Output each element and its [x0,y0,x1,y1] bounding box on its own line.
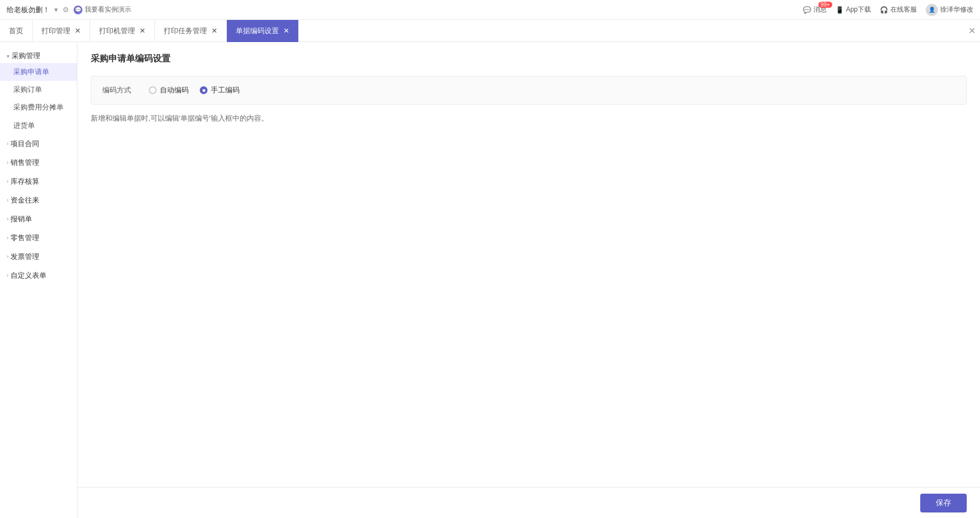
sidebar-group-inventory-label: 库存核算 [11,177,39,187]
sidebar-item-purchase-expense[interactable]: 采购费用分摊单 [0,99,77,116]
tab-single-code-settings[interactable]: 单据编码设置 ✕ [227,20,299,42]
sidebar-item-stock-in-label: 进货单 [13,121,35,130]
tab-printer-mgmt-label: 打印机管理 [99,26,135,36]
sidebar-group-custom-form[interactable]: › 自定义表单 [0,266,77,285]
sidebar-item-purchase-order[interactable]: 采购订单 [0,81,77,99]
tab-printer-mgmt[interactable]: 打印机管理 ✕ [90,20,155,42]
sidebar-item-purchase-request-label: 采购申请单 [13,68,49,76]
sidebar-group-fund-flow[interactable]: › 资金往来 [0,191,77,210]
app-download-icon: 📱 [836,6,844,14]
tab-print-mgmt-label: 打印管理 [42,26,70,36]
sidebar-item-purchase-order-label: 采购订单 [13,85,42,94]
save-button[interactable]: 保存 [920,494,967,512]
tab-single-code-label: 单据编码设置 [236,26,279,36]
chevron-down-icon: ▾ [7,53,9,59]
radio-auto-circle [149,86,157,94]
tab-bar: 首页 打印管理 ✕ 打印机管理 ✕ 打印任务管理 ✕ 单据编码设置 ✕ ✕ [0,20,980,42]
sidebar-group-retail-label: 零售管理 [11,233,39,243]
hint-text: 我要看实例演示 [85,5,131,14]
sidebar-group-custom-label: 自定义表单 [11,271,46,281]
message-button[interactable]: 💬 消息 99+ [803,5,827,14]
page-title: 采购申请单编码设置 [91,53,967,65]
tab-print-mgmt-close[interactable]: ✕ [75,27,81,35]
sidebar-group-retail-mgmt[interactable]: › 零售管理 [0,229,77,247]
sidebar-group-invoice-mgmt[interactable]: › 发票管理 [0,247,77,266]
radio-auto[interactable]: 自动编码 [149,85,189,95]
chevron-down-icon[interactable]: ▾ [54,6,58,14]
radio-manual-label: 手工编码 [211,85,240,95]
hint-area[interactable]: 💬 我要看实例演示 [74,5,131,14]
top-bar-left: 给老板勿删！ ▾ ⚙ 💬 我要看实例演示 [7,5,131,15]
sidebar-item-stock-in[interactable]: 进货单 [0,117,77,134]
tab-home[interactable]: 首页 [0,20,33,42]
chevron-right-icon: › [7,253,8,260]
user-menu[interactable]: 👤 徐泽华修改 [926,4,973,16]
tab-print-task-mgmt-close[interactable]: ✕ [211,27,217,35]
headset-icon: 🎧 [880,6,888,14]
tab-bar-close-button[interactable]: ✕ [968,25,976,36]
sidebar-group-project-label: 项目合同 [11,139,39,149]
message-icon: 💬 [803,6,811,14]
sidebar: ▾ 采购管理 采购申请单 采购订单 采购费用分摊单 进货单 › 项目合同 › 销… [0,42,77,518]
sidebar-group-sales-return[interactable]: › 报销单 [0,210,77,229]
top-bar: 给老板勿删！ ▾ ⚙ 💬 我要看实例演示 💬 消息 99+ 📱 App下载 🎧 … [0,0,980,20]
content-area: 采购申请单编码设置 编码方式 自动编码 手工编码 新增和编辑单据时,可以编辑'单… [77,42,980,518]
sidebar-group-sales-mgmt[interactable]: › 销售管理 [0,153,77,172]
sidebar-item-purchase-request[interactable]: 采购申请单 [0,63,77,81]
sidebar-item-purchase-expense-label: 采购费用分摊单 [13,103,64,111]
code-method-label: 编码方式 [102,85,131,95]
tab-print-task-mgmt[interactable]: 打印任务管理 ✕ [155,20,227,42]
footer: 保存 [77,487,980,518]
code-method-row: 编码方式 自动编码 手工编码 [102,85,955,95]
code-settings-card: 编码方式 自动编码 手工编码 [91,76,967,105]
chevron-right-icon: › [7,216,8,222]
app-title: 给老板勿删！ [7,5,50,15]
chevron-right-icon: › [7,235,8,241]
tab-single-code-close[interactable]: ✕ [283,27,289,35]
app-download-label: App下载 [846,5,871,14]
gear-icon[interactable]: ⚙ [63,6,69,14]
chevron-right-icon: › [7,197,8,203]
radio-auto-label: 自动编码 [160,85,189,95]
sidebar-group-invoice-label: 发票管理 [11,252,39,262]
top-bar-right: 💬 消息 99+ 📱 App下载 🎧 在线客服 👤 徐泽华修改 [803,4,973,16]
tab-home-label: 首页 [9,26,23,36]
chevron-right-icon: › [7,272,8,278]
radio-manual[interactable]: 手工编码 [200,85,240,95]
sidebar-group-project-contract[interactable]: › 项目合同 [0,134,77,153]
radio-manual-circle [200,86,208,94]
tab-printer-mgmt-close[interactable]: ✕ [139,27,146,35]
customer-service-button[interactable]: 🎧 在线客服 [880,5,917,14]
tab-print-mgmt[interactable]: 打印管理 ✕ [33,20,90,42]
sidebar-group-sales-return-label: 报销单 [11,214,32,224]
sidebar-group-inventory[interactable]: › 库存核算 [0,172,77,191]
main-layout: ▾ 采购管理 采购申请单 采购订单 采购费用分摊单 进货单 › 项目合同 › 销… [0,42,980,518]
chevron-right-icon: › [7,141,8,147]
avatar: 👤 [926,4,938,16]
radio-group: 自动编码 手工编码 [149,85,240,95]
sidebar-group-purchase-label: 采购管理 [12,51,40,61]
user-name: 徐泽华修改 [940,5,973,14]
tab-print-task-mgmt-label: 打印任务管理 [164,26,207,36]
chevron-right-icon: › [7,178,8,184]
sidebar-group-sales-label: 销售管理 [11,158,39,168]
app-download-button[interactable]: 📱 App下载 [836,5,871,14]
customer-service-label: 在线客服 [890,5,917,14]
sidebar-group-purchase-mgmt[interactable]: ▾ 采购管理 [0,46,77,63]
description-text: 新增和编辑单据时,可以编辑'单据编号'输入框中的内容。 [91,113,967,123]
chevron-right-icon: › [7,159,8,165]
message-badge: 99+ [818,2,832,8]
hint-icon: 💬 [74,6,82,14]
sidebar-group-fund-label: 资金往来 [11,195,39,205]
